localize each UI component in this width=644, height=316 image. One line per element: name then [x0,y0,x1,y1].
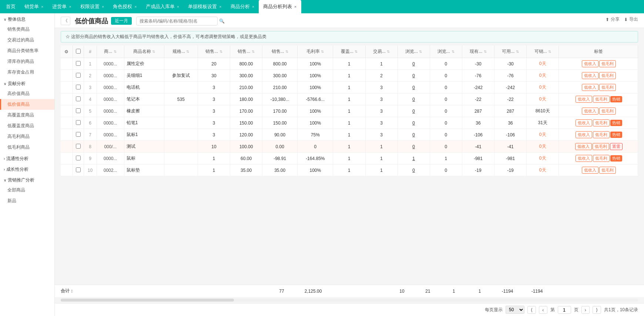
last-page-button[interactable]: ⟩ [593,306,601,314]
close-icon[interactable]: × [134,4,137,9]
sidebar-item-new-products[interactable]: 新品 [0,196,54,206]
td-browse1[interactable]: 0 [398,70,430,82]
nav-warehouse[interactable]: 产成品入库单 × [141,0,184,13]
sidebar-section-circulation[interactable]: › 流通性分析 [0,153,54,163]
th-code[interactable]: 商... ⇅ [97,45,124,58]
td-browse1[interactable]: 0 [398,58,430,70]
browse-link[interactable]: 1 [412,156,415,161]
sidebar-item-low-margin[interactable]: 低毛利商品 [0,142,54,153]
td-browse1[interactable]: 1 [398,153,430,164]
nav-home[interactable]: 首页 [1,0,20,13]
sidebar-item-category-sales[interactable]: 商品分类销售率 [0,45,54,56]
th-browse2[interactable]: 浏览... ⇅ [430,45,462,58]
th-spec[interactable]: 规格... ⇅ [164,45,198,58]
prev-page-button[interactable]: ‹ [539,306,547,314]
next-page-button[interactable]: › [581,306,590,314]
nav-analysis[interactable]: 商品分析 × [226,0,259,13]
sidebar-section-contribution[interactable]: ∨ 贡献分析 [0,78,54,88]
th-cover[interactable]: 覆盖... ⇅ [333,45,365,58]
collapse-sidebar-button[interactable]: 《 [61,17,70,25]
close-icon[interactable]: × [294,4,296,9]
th-qty[interactable]: 销售... ⇅ [198,45,230,58]
th-browse1[interactable]: 浏览... ⇅ [398,45,430,58]
th-name[interactable]: 商品名称 ⇅ [124,45,164,58]
close-icon[interactable]: × [252,4,254,9]
td-browse1[interactable]: 0 [398,129,430,141]
browse-link[interactable]: 0 [412,144,415,149]
share-button[interactable]: ⬆ 分享 [606,16,620,23]
table-container[interactable]: ⚙ # 商... ⇅ 商品名称 ⇅ 规格... ⇅ 销售... ⇅ 销售... … [55,45,644,285]
sidebar-item-low-value[interactable]: 低价值商品 [0,99,54,110]
sidebar-item-all-products[interactable]: 全部商品 [0,185,54,196]
td-browse1[interactable]: 0 [398,82,430,94]
sidebar-item-slow-stock[interactable]: 滞库存的商品 [0,56,54,67]
td-checkbox[interactable] [73,82,84,94]
th-avail[interactable]: 可用... ⇅ [494,45,527,58]
td-checkbox[interactable] [73,141,84,153]
row-checkbox[interactable] [76,108,81,113]
browse-link[interactable]: 0 [412,73,415,78]
first-page-button[interactable]: ⟨ [527,306,536,314]
browse-link[interactable]: 0 [412,85,415,90]
nav-purchase[interactable]: 进货单 × [48,0,76,13]
nav-sales[interactable]: 销货单 × [20,0,48,13]
browse-link[interactable]: 0 [412,61,415,67]
nav-analysis-list[interactable]: 商品分析列表 × [259,0,301,13]
browse-link[interactable]: 0 [412,109,415,114]
row-checkbox[interactable] [76,120,81,125]
td-browse1[interactable]: 0 [398,164,430,176]
scrollbar-thumb[interactable] [61,299,234,302]
close-icon[interactable]: × [177,4,179,9]
row-checkbox[interactable] [76,132,81,137]
close-icon[interactable]: × [69,4,71,9]
browse-link[interactable]: 0 [412,132,415,137]
sidebar-item-traded-products[interactable]: 交易过的商品 [0,35,54,45]
td-checkbox[interactable] [73,117,84,129]
row-checkbox[interactable] [76,85,81,89]
filter-period-button[interactable]: 近一月 [111,17,132,25]
td-checkbox[interactable] [73,70,84,82]
sidebar-section-growth[interactable]: › 成长性分析 [0,163,54,174]
td-browse1[interactable]: 0 [398,117,430,129]
td-browse1[interactable]: 0 [398,94,430,105]
sidebar-item-stock-fund[interactable]: 库存资金占用 [0,67,54,78]
per-page-select[interactable]: 50 100 200 [506,306,524,314]
search-input[interactable] [136,17,218,26]
th-stock[interactable]: 现有... ⇅ [462,45,494,58]
row-checkbox[interactable] [76,167,81,172]
td-checkbox[interactable] [73,58,84,70]
sidebar-section-marketing[interactable]: ∨ 营销推广分析 [0,174,54,185]
td-checkbox[interactable] [73,129,84,141]
th-checkbox[interactable] [73,45,84,58]
horizontal-scrollbar[interactable] [61,299,638,302]
td-browse1[interactable]: 0 [398,141,430,153]
export-button[interactable]: ⬇ 导出 [624,16,638,23]
nav-template[interactable]: 单据模板设置 × [184,0,226,13]
sidebar-item-sales-products[interactable]: 销售类商品 [0,24,54,35]
th-sales2[interactable]: 销售... ⇅ [262,45,298,58]
td-browse1[interactable]: 0 [398,105,430,117]
select-all-checkbox[interactable] [76,49,81,54]
th-gear[interactable]: ⚙ [61,45,73,58]
close-icon[interactable]: × [102,4,104,9]
gear-icon[interactable]: ⚙ [64,49,68,54]
sidebar-item-high-value[interactable]: 高价值商品 [0,88,54,99]
row-checkbox[interactable] [76,156,81,160]
search-icon[interactable]: 🔍 [219,18,225,24]
row-checkbox[interactable] [76,61,81,66]
td-checkbox[interactable] [73,153,84,164]
row-checkbox[interactable] [76,96,81,101]
sidebar-item-high-margin[interactable]: 高毛利商品 [0,131,54,142]
td-checkbox[interactable] [73,164,84,176]
close-icon[interactable]: × [41,4,43,9]
close-icon[interactable]: × [219,4,221,9]
th-sales1[interactable]: 销售... ⇅ [230,45,262,58]
sidebar-item-low-coverage[interactable]: 低覆盖度商品 [0,120,54,131]
th-days[interactable]: 可销... ⇅ [527,45,559,58]
browse-link[interactable]: 0 [412,168,415,173]
row-checkbox[interactable] [76,73,81,78]
browse-link[interactable]: 0 [412,120,415,126]
browse-link[interactable]: 0 [412,97,415,102]
th-margin[interactable]: 毛利率 ⇅ [298,45,333,58]
sidebar-section-overall[interactable]: ∨ 整体信息 [0,13,54,24]
